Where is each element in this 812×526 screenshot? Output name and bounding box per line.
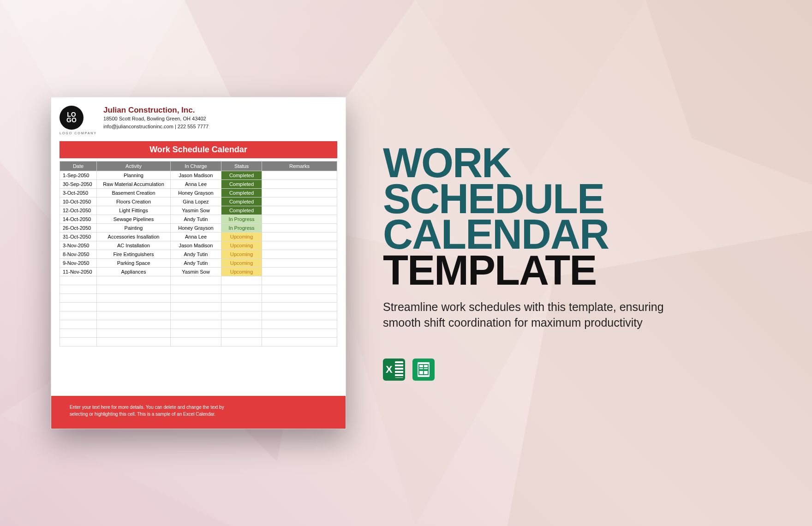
table-row: 8-Nov-2050Fire ExtinguishersAndy TutinUp… xyxy=(60,250,337,259)
status-badge: Upcoming xyxy=(221,250,262,259)
promo-panel: WORK SCHEDULE CALENDAR TEMPLATE Streamli… xyxy=(383,145,724,380)
table-row xyxy=(60,338,337,347)
headline: WORK SCHEDULE CALENDAR TEMPLATE xyxy=(383,145,724,288)
table-row: 1-Sep-2050PlanningJason MadisonCompleted xyxy=(60,171,337,180)
table-row xyxy=(60,311,337,320)
status-badge: In Progress xyxy=(221,215,262,224)
excel-icon xyxy=(383,359,405,381)
format-icons xyxy=(383,359,724,381)
table-row: 3-Nov-2050AC InstallationJason MadisonUp… xyxy=(60,241,337,250)
logo-caption: LOGO COMPANY xyxy=(60,132,97,135)
table-row: 30-Sep-2050Raw Material AccumulationAnna… xyxy=(60,180,337,189)
table-row: 12-Oct-2050Light FittingsYasmin SowCompl… xyxy=(60,206,337,215)
company-contact: info@julianconstructioninc.com | 222 555… xyxy=(103,123,209,131)
table-row: 3-Oct-2050Basement CreationHoney Grayson… xyxy=(60,189,337,197)
table-row xyxy=(60,329,337,338)
table-row xyxy=(60,294,337,303)
promo-description: Streamline work schedules with this temp… xyxy=(383,299,678,331)
footer-note: Enter your text here for more details. Y… xyxy=(51,396,346,429)
table-row xyxy=(60,320,337,329)
table-row: 14-Oct-2050Sewage PipelinesAndy TutinIn … xyxy=(60,215,337,224)
status-badge: In Progress xyxy=(221,224,262,233)
column-header: In Charge xyxy=(171,161,221,171)
schedule-table: DateActivityIn ChargeStatusRemarks 1-Sep… xyxy=(60,161,337,347)
company-logo: LO GO LOGO COMPANY xyxy=(60,106,97,135)
table-row: 10-Oct-2050Floors CreationGina LopezComp… xyxy=(60,197,337,206)
status-badge: Upcoming xyxy=(221,233,262,241)
status-badge: Completed xyxy=(221,180,262,189)
status-badge: Completed xyxy=(221,171,262,180)
status-badge: Upcoming xyxy=(221,241,262,250)
letterhead: LO GO LOGO COMPANY Julian Construction, … xyxy=(60,106,337,135)
table-row: 31-Oct-2050Accessories InsallationAnna L… xyxy=(60,233,337,241)
table-row: 26-Oct-2050PaintingHoney GraysonIn Progr… xyxy=(60,224,337,233)
company-name: Julian Construction, Inc. xyxy=(103,106,209,115)
template-preview-sheet: LO GO LOGO COMPANY Julian Construction, … xyxy=(51,97,346,429)
google-sheets-icon xyxy=(412,359,435,381)
table-row xyxy=(60,303,337,311)
status-badge: Upcoming xyxy=(221,268,262,276)
company-address: 18500 Scott Road, Bowling Green, OH 4340… xyxy=(103,115,209,123)
status-badge: Upcoming xyxy=(221,259,262,268)
headline-line-4: TEMPLATE xyxy=(383,253,724,288)
column-header: Activity xyxy=(97,161,171,171)
sheet-title: Work Schedule Calendar xyxy=(60,141,337,158)
table-row: 11-Nov-2050AppliancesYasmin SowUpcoming xyxy=(60,268,337,276)
column-header: Remarks xyxy=(262,161,337,171)
table-row xyxy=(60,285,337,294)
table-row: 9-Nov-2050Parking SpaceAndy TutinUpcomin… xyxy=(60,259,337,268)
status-badge: Completed xyxy=(221,197,262,206)
column-header: Status xyxy=(221,161,262,171)
table-row xyxy=(60,276,337,285)
column-header: Date xyxy=(60,161,97,171)
status-badge: Completed xyxy=(221,206,262,215)
status-badge: Completed xyxy=(221,189,262,197)
logo-text-bottom: GO xyxy=(66,118,77,123)
